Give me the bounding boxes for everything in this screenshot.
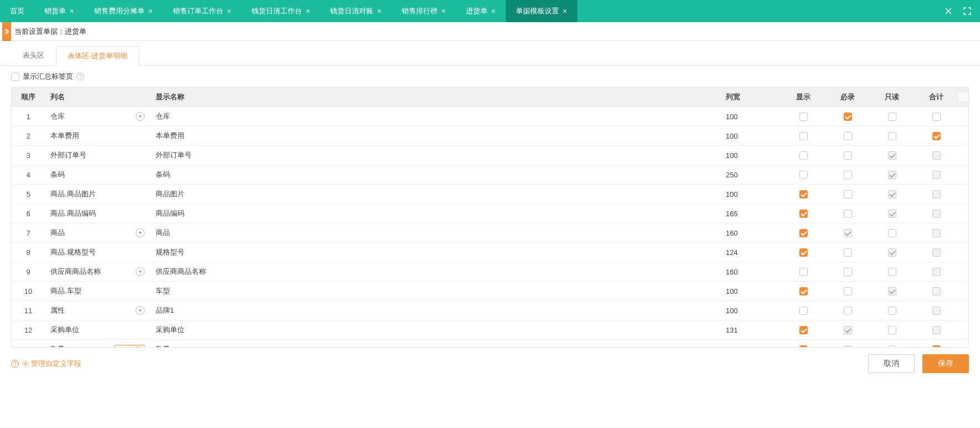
add-icon[interactable]: + bbox=[136, 228, 145, 237]
table-row[interactable]: 9供应商商品名称+供应商商品名称160 bbox=[12, 262, 968, 282]
table-checkbox[interactable] bbox=[799, 307, 808, 315]
table-checkbox[interactable] bbox=[799, 248, 808, 257]
table-checkbox[interactable] bbox=[888, 268, 896, 276]
cancel-button[interactable]: 取消 bbox=[868, 354, 915, 373]
table-checkbox[interactable] bbox=[799, 229, 808, 237]
table-checkbox[interactable] bbox=[799, 268, 808, 276]
table-checkbox bbox=[932, 229, 941, 237]
collapse-chevron-icon[interactable] bbox=[2, 22, 11, 41]
table-checkbox[interactable] bbox=[844, 307, 852, 315]
formula-tag[interactable]: 公式设置 bbox=[115, 345, 145, 348]
table-checkbox[interactable] bbox=[888, 229, 896, 237]
manage-custom-fields-link[interactable]: 管理自定义字段 bbox=[22, 359, 81, 369]
table-checkbox[interactable] bbox=[844, 113, 852, 121]
table-checkbox[interactable] bbox=[932, 113, 941, 121]
add-icon[interactable]: + bbox=[136, 267, 145, 276]
close-icon[interactable]: ✕ bbox=[441, 8, 446, 15]
table-checkbox[interactable] bbox=[844, 190, 852, 198]
table-row[interactable]: 12采购单位采购单位131 bbox=[12, 320, 968, 340]
context-doc-name: 进货单 bbox=[65, 27, 86, 37]
top-tab[interactable]: 销货单✕ bbox=[34, 0, 84, 22]
table-row[interactable]: 6商品.商品编码商品编码165 bbox=[12, 204, 968, 223]
table-checkbox[interactable] bbox=[888, 345, 896, 348]
top-tab[interactable]: 销售费用分摊单✕ bbox=[84, 0, 163, 22]
table-checkbox[interactable] bbox=[799, 171, 808, 179]
add-icon[interactable]: + bbox=[136, 112, 145, 121]
table-checkbox[interactable] bbox=[932, 345, 941, 348]
table-row[interactable]: 10商品.车型车型100 bbox=[12, 282, 968, 301]
close-icon[interactable]: ✕ bbox=[148, 8, 153, 15]
table-row[interactable]: 4条码条码250 bbox=[12, 165, 968, 185]
add-icon[interactable]: + bbox=[136, 306, 145, 315]
cell-width: 160 bbox=[720, 225, 781, 242]
cell-display: 商品图片 bbox=[150, 185, 720, 203]
top-tab[interactable]: 单据模板设置✕ bbox=[506, 0, 577, 22]
table-checkbox[interactable] bbox=[844, 132, 852, 140]
table-checkbox bbox=[844, 326, 852, 334]
table-checkbox[interactable] bbox=[888, 132, 896, 140]
close-icon[interactable]: ✕ bbox=[562, 8, 567, 15]
cell-name: 供应商商品名称+ bbox=[45, 262, 150, 281]
table-row[interactable]: 11属性+品牌1100 bbox=[12, 301, 968, 320]
close-icon[interactable]: ✕ bbox=[377, 8, 382, 15]
table-row[interactable]: 3外部订单号外部订单号100 bbox=[12, 146, 968, 165]
table-checkbox[interactable] bbox=[932, 132, 941, 140]
top-tab[interactable]: 销售订单工作台✕ bbox=[163, 0, 242, 22]
footer-help-icon[interactable]: ? bbox=[11, 360, 19, 368]
table-row[interactable]: 8商品.规格型号规格型号124 bbox=[12, 243, 968, 262]
table-row[interactable]: 5商品.商品图片商品图片100 bbox=[12, 185, 968, 204]
sub-tab-bar: 表头区表体区-进货单明细 bbox=[0, 45, 980, 65]
th-seq: 顺序 bbox=[12, 88, 45, 106]
help-icon[interactable]: ? bbox=[76, 73, 84, 80]
table-checkbox bbox=[844, 345, 852, 348]
table-checkbox bbox=[932, 287, 941, 295]
table-row[interactable]: 2本单费用本单费用100 bbox=[12, 126, 968, 146]
close-all-tabs-icon[interactable] bbox=[943, 6, 953, 16]
close-icon[interactable]: ✕ bbox=[69, 8, 74, 15]
top-tab[interactable]: 进货单✕ bbox=[456, 0, 506, 22]
table-checkbox[interactable] bbox=[799, 326, 808, 334]
table-row[interactable]: 7商品+商品160 bbox=[12, 223, 968, 243]
table-checkbox[interactable] bbox=[844, 151, 852, 160]
table-checkbox[interactable] bbox=[888, 326, 896, 334]
th-display: 显示名称 bbox=[150, 88, 720, 106]
top-tab[interactable]: 销售排行榜✕ bbox=[392, 0, 456, 22]
table-checkbox bbox=[932, 268, 941, 276]
th-readonly: 只读 bbox=[870, 88, 914, 106]
table-row[interactable]: 1仓库+仓库100 bbox=[12, 107, 968, 126]
close-icon[interactable]: ✕ bbox=[227, 8, 232, 15]
top-tab-label: 进货单 bbox=[466, 6, 488, 16]
cell-display: 外部订单号 bbox=[150, 146, 720, 165]
cell-name-text: 本单费用 bbox=[50, 131, 79, 141]
table-checkbox[interactable] bbox=[844, 248, 852, 257]
top-tab[interactable]: 钱货日清对账✕ bbox=[320, 0, 392, 22]
svg-point-0 bbox=[24, 363, 27, 365]
top-tab[interactable]: 首页 bbox=[0, 0, 34, 22]
table-checkbox[interactable] bbox=[888, 113, 896, 121]
cell-seq: 3 bbox=[12, 147, 45, 164]
table-checkbox[interactable] bbox=[799, 345, 808, 348]
table-checkbox bbox=[888, 171, 896, 179]
table-checkbox[interactable] bbox=[799, 287, 808, 295]
table-row[interactable]: 13数量公式设置数量100 bbox=[12, 340, 968, 347]
table-checkbox[interactable] bbox=[844, 171, 852, 179]
close-icon[interactable]: ✕ bbox=[305, 8, 310, 15]
top-tab[interactable]: 钱货日清工作台✕ bbox=[242, 0, 320, 22]
table-checkbox[interactable] bbox=[799, 190, 808, 198]
table-checkbox[interactable] bbox=[799, 113, 808, 121]
table-checkbox[interactable] bbox=[799, 151, 808, 160]
sub-tab[interactable]: 表头区 bbox=[11, 45, 56, 65]
save-button[interactable]: 保存 bbox=[922, 354, 969, 373]
table-checkbox[interactable] bbox=[844, 268, 852, 276]
table-checkbox[interactable] bbox=[844, 287, 852, 295]
table-checkbox[interactable] bbox=[888, 307, 896, 315]
show-summary-checkbox[interactable] bbox=[11, 73, 19, 81]
table-checkbox[interactable] bbox=[799, 210, 808, 218]
context-label-prefix: 当前设置单据： bbox=[14, 27, 65, 37]
table-checkbox[interactable] bbox=[844, 210, 852, 218]
table-checkbox[interactable] bbox=[799, 132, 808, 140]
close-icon[interactable]: ✕ bbox=[491, 8, 496, 15]
sub-tab[interactable]: 表体区-进货单明细 bbox=[56, 46, 139, 66]
fullscreen-icon[interactable] bbox=[962, 6, 972, 16]
cell-name-text: 外部订单号 bbox=[50, 150, 86, 160]
